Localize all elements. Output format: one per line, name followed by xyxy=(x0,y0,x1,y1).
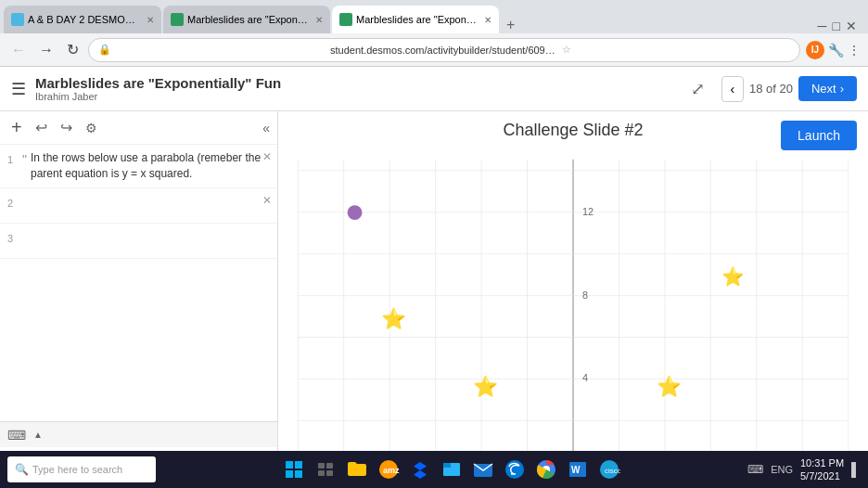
extensions-icon[interactable]: 🔧 xyxy=(828,43,844,58)
taskbar-clock: 10:31 PM 5/7/2021 xyxy=(800,456,844,483)
address-text: student.desmos.com/activitybuilder/stude… xyxy=(330,45,558,56)
taskbar-date: 5/7/2021 xyxy=(800,469,844,482)
tab-2-label: Marbleslides are "Exponentially" Fun xyxy=(187,14,308,25)
star-2: ⭐ xyxy=(473,374,499,399)
launch-button[interactable]: Launch xyxy=(781,121,857,150)
svg-rect-32 xyxy=(286,461,293,469)
graph-canvas: -12 -8 -4 0 4 8 12 4 8 12 xyxy=(278,146,868,485)
restore-button[interactable]: □ xyxy=(833,19,840,33)
star-1: ⭐ xyxy=(381,306,407,331)
keyboard-arrow-up[interactable]: ▲ xyxy=(33,430,43,440)
expression-1: 1 " In the rows below use a parabola (re… xyxy=(0,145,277,188)
keyboard-layout-icon: ⌨ xyxy=(747,463,763,476)
page-info: 18 of 20 xyxy=(749,82,793,96)
new-tab-button[interactable]: + xyxy=(501,17,520,33)
expression-2[interactable]: 2 ✕ xyxy=(0,188,277,224)
graph-title: Challenge Slide #2 xyxy=(278,111,868,146)
refresh-button[interactable]: ↻ xyxy=(63,39,83,60)
tab-3-close[interactable]: ✕ xyxy=(484,15,491,25)
tab-1-close[interactable]: ✕ xyxy=(147,15,154,25)
star-4-correct: ⭐ xyxy=(721,265,745,288)
keyboard-bar: ⌨ ▲ xyxy=(0,421,277,447)
taskbar-word-icon[interactable]: W xyxy=(565,456,591,482)
graph-area: Challenge Slide #2 Launch xyxy=(278,111,868,488)
expr-1-close[interactable]: ✕ xyxy=(262,150,272,163)
svg-rect-37 xyxy=(326,463,333,469)
left-panel: + ↩ ↪ ⚙ « 1 " In the rows below use a pa… xyxy=(0,111,278,488)
fullscreen-button[interactable]: ⤢ xyxy=(691,79,705,99)
taskbar-icons: amzn W cisco xyxy=(160,456,744,482)
collapse-panel-button[interactable]: « xyxy=(262,121,270,135)
tab-3-label: Marbleslides are "Exponentially" Fun xyxy=(356,14,477,25)
undo-button[interactable]: ↩ xyxy=(32,117,51,138)
tab-2-close[interactable]: ✕ xyxy=(315,15,323,25)
star-3: ⭐ xyxy=(657,374,683,399)
expression-3[interactable]: 3 xyxy=(0,224,277,259)
show-desktop-button[interactable]: ▌ xyxy=(851,462,861,477)
taskbar-dropbox-icon[interactable] xyxy=(407,456,433,482)
tab-1-label: A & B DAY 2 DESMOS CW/HW: xyxy=(28,14,139,25)
svg-rect-44 xyxy=(443,463,451,468)
panel-toolbar: + ↩ ↪ ⚙ « xyxy=(0,111,277,145)
tab-favicon-3 xyxy=(339,13,352,26)
expression-list: 1 " In the rows below use a parabola (re… xyxy=(0,145,277,421)
pagination: ‹ 18 of 20 Next › xyxy=(721,76,857,102)
back-button[interactable]: ← xyxy=(7,40,30,60)
taskbar-cisco-icon[interactable]: cisco xyxy=(596,456,622,482)
menu-icon[interactable]: ⋮ xyxy=(848,43,861,58)
taskbar-explorer-icon[interactable] xyxy=(439,456,465,482)
expr-3-input-area[interactable] xyxy=(22,229,270,252)
taskbar-edge-icon[interactable] xyxy=(502,456,528,482)
taskbar-search[interactable]: 🔍 Type here to search xyxy=(7,456,156,482)
expr-2-close[interactable]: ✕ xyxy=(262,194,272,207)
tab-3[interactable]: Marbleslides are "Exponentially" Fun ✕ xyxy=(332,6,499,33)
svg-rect-36 xyxy=(318,463,325,469)
taskbar-right: ⌨ ENG 10:31 PM 5/7/2021 ▌ xyxy=(747,456,861,483)
redo-button[interactable]: ↪ xyxy=(57,117,76,138)
app-title-area: Marbleslides are "Exponentially" Fun Ibr… xyxy=(35,75,682,102)
svg-text:amzn: amzn xyxy=(383,466,400,475)
taskbar-search-text: Type here to search xyxy=(32,464,122,475)
expr-1-quote: " xyxy=(22,150,27,167)
nav-bar: ← → ↻ 🔒 student.desmos.com/activitybuild… xyxy=(0,33,868,67)
nav-icons: IJ 🔧 ⋮ xyxy=(806,41,861,59)
expr-3-input[interactable] xyxy=(25,232,188,250)
tab-2[interactable]: Marbleslides are "Exponentially" Fun ✕ xyxy=(163,6,330,33)
svg-text:4: 4 xyxy=(582,372,588,383)
taskbar-lang: ENG xyxy=(771,464,793,475)
svg-text:8: 8 xyxy=(582,289,588,301)
minimize-button[interactable]: ─ xyxy=(818,19,827,33)
taskbar-chrome-icon[interactable] xyxy=(533,456,559,482)
settings-button[interactable]: ⚙ xyxy=(82,119,101,137)
close-button[interactable]: ✕ xyxy=(846,19,857,33)
taskbar-amazon-icon[interactable]: amzn xyxy=(376,456,402,482)
add-expression-button[interactable]: + xyxy=(7,115,26,140)
browser-chrome: A & B DAY 2 DESMOS CW/HW: ✕ Marbleslides… xyxy=(0,0,868,67)
taskbar-task-view-icon[interactable] xyxy=(313,456,338,482)
tab-1[interactable]: A & B DAY 2 DESMOS CW/HW: ✕ xyxy=(4,6,161,33)
expr-2-input-area[interactable] xyxy=(22,194,270,217)
prev-page-button[interactable]: ‹ xyxy=(721,76,744,102)
taskbar-mail-icon[interactable] xyxy=(470,456,496,482)
taskbar: 🔍 Type here to search amzn xyxy=(0,451,868,488)
profile-icon[interactable]: IJ xyxy=(806,41,824,59)
marble xyxy=(348,205,363,220)
expr-2-input[interactable] xyxy=(25,197,188,214)
app-subtitle: Ibrahim Jaber xyxy=(35,91,682,102)
forward-button[interactable]: → xyxy=(35,40,57,60)
lock-icon: 🔒 xyxy=(98,44,326,56)
taskbar-file-explorer-icon[interactable] xyxy=(344,456,370,482)
svg-rect-34 xyxy=(286,470,293,478)
address-bar[interactable]: 🔒 student.desmos.com/activitybuilder/stu… xyxy=(88,38,800,62)
taskbar-time: 10:31 PM xyxy=(800,456,844,469)
hamburger-menu[interactable]: ☰ xyxy=(11,79,26,99)
svg-text:12: 12 xyxy=(582,206,594,217)
keyboard-icon[interactable]: ⌨ xyxy=(7,428,26,443)
tab-bar: A & B DAY 2 DESMOS CW/HW: ✕ Marbleslides… xyxy=(0,0,868,33)
star-icon: ☆ xyxy=(562,44,790,56)
next-button[interactable]: Next › xyxy=(798,76,857,101)
svg-text:cisco: cisco xyxy=(605,467,620,475)
svg-rect-38 xyxy=(318,470,325,476)
svg-rect-33 xyxy=(295,461,302,469)
taskbar-windows-icon[interactable] xyxy=(281,456,307,482)
